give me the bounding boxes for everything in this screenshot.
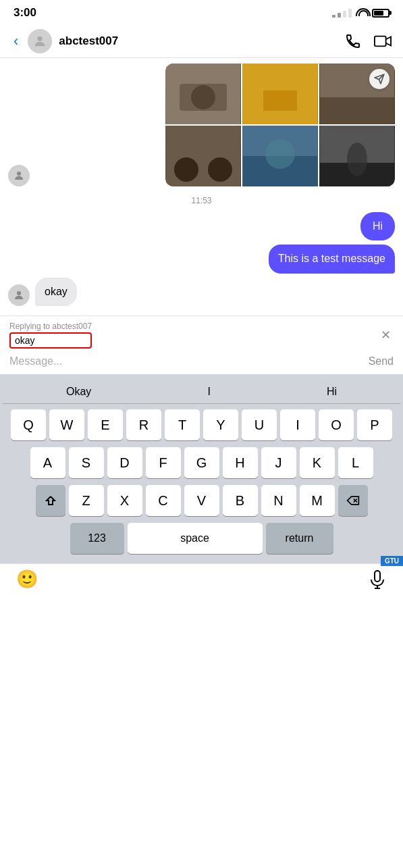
svg-point-12	[208, 157, 232, 182]
svg-point-2	[17, 172, 21, 176]
reply-area: Replying to abctest007 okay ✕ Send	[0, 315, 403, 374]
status-icons	[332, 8, 389, 18]
key-suggestions-row: Okay I Hi	[3, 380, 400, 404]
suggestion-i[interactable]: I	[199, 383, 218, 401]
key-x[interactable]: X	[107, 485, 142, 516]
watermark: GTU	[381, 556, 403, 566]
battery-icon	[372, 9, 389, 18]
other-avatar-okay	[8, 284, 30, 306]
svg-point-21	[17, 291, 21, 295]
key-j[interactable]: J	[261, 447, 296, 478]
message-input-row: Send	[0, 351, 403, 374]
key-p[interactable]: P	[357, 409, 392, 440]
status-time: 3:00	[14, 6, 36, 20]
key-a[interactable]: A	[30, 447, 65, 478]
svg-rect-9	[320, 97, 394, 124]
keyboard: Okay I Hi Q W E R T Y U I O P A S D F G …	[0, 374, 403, 563]
signal-icon	[332, 9, 352, 18]
call-button[interactable]	[344, 32, 362, 51]
photo-cell-6[interactable]	[319, 126, 395, 186]
key-l[interactable]: L	[338, 447, 373, 478]
message-input[interactable]	[9, 355, 362, 367]
key-t[interactable]: T	[165, 409, 200, 440]
key-row-4: 123 space return	[3, 523, 400, 554]
key-h[interactable]: H	[223, 447, 258, 478]
return-key[interactable]: return	[266, 523, 333, 554]
bubble-hi[interactable]: Hi	[360, 212, 395, 240]
photo-cell-4[interactable]	[165, 126, 241, 186]
key-w[interactable]: W	[49, 409, 84, 440]
photo-cell-2[interactable]	[242, 63, 318, 124]
shift-key[interactable]	[36, 485, 65, 516]
svg-point-15	[265, 139, 295, 169]
photo-cell-5[interactable]	[242, 126, 318, 186]
numbers-key[interactable]: 123	[70, 523, 124, 554]
message-timestamp: 11:53	[8, 196, 395, 205]
photo-grid-message	[8, 63, 395, 186]
status-bar: 3:00	[0, 0, 403, 24]
photo-grid	[165, 63, 395, 186]
key-y[interactable]: Y	[203, 409, 238, 440]
key-row-3: Z X C V B N M	[3, 485, 400, 516]
suggestion-okay[interactable]: Okay	[58, 383, 99, 401]
mic-button[interactable]	[368, 570, 387, 589]
svg-point-18	[347, 143, 367, 176]
reply-to-label: Replying to abctest007	[9, 322, 92, 331]
key-m[interactable]: M	[300, 485, 335, 516]
key-s[interactable]: S	[69, 447, 104, 478]
wifi-icon	[356, 8, 368, 18]
svg-point-5	[191, 85, 215, 109]
key-b[interactable]: B	[223, 485, 258, 516]
share-button[interactable]	[369, 69, 389, 89]
send-button[interactable]: Send	[369, 355, 394, 367]
reply-bar: Replying to abctest007 okay ✕	[0, 316, 403, 351]
close-reply-button[interactable]: ✕	[378, 325, 394, 345]
key-e[interactable]: E	[88, 409, 123, 440]
key-row-1: Q W E R T Y U I O P	[3, 409, 400, 440]
photo-grid-container	[35, 63, 395, 186]
reply-preview: okay	[9, 332, 92, 349]
bubble-test-message[interactable]: This is a test message	[269, 245, 395, 273]
bubble-okay[interactable]: okay	[35, 278, 77, 306]
key-v[interactable]: V	[184, 485, 219, 516]
svg-rect-1	[375, 36, 386, 46]
key-row-2: A S D F G H J K L	[3, 447, 400, 478]
emoji-button[interactable]: 🙂	[16, 569, 38, 590]
key-o[interactable]: O	[319, 409, 354, 440]
key-d[interactable]: D	[107, 447, 142, 478]
suggestion-hi[interactable]: Hi	[319, 383, 345, 401]
key-n[interactable]: N	[261, 485, 296, 516]
reply-info: Replying to abctest007 okay	[9, 322, 92, 349]
key-z[interactable]: Z	[69, 485, 104, 516]
avatar[interactable]	[28, 29, 52, 53]
key-c[interactable]: C	[146, 485, 181, 516]
chat-area: 11:53 Hi This is a test message okay	[0, 58, 403, 315]
delete-key[interactable]	[338, 485, 368, 516]
sent-message-test: This is a test message	[8, 245, 395, 273]
other-user-avatar	[8, 165, 30, 186]
received-message-okay: okay	[8, 278, 395, 306]
key-r[interactable]: R	[126, 409, 161, 440]
key-q[interactable]: Q	[11, 409, 46, 440]
space-key[interactable]: space	[128, 523, 263, 554]
key-g[interactable]: G	[184, 447, 219, 478]
photo-cell-1[interactable]	[165, 63, 241, 124]
svg-rect-7	[263, 91, 297, 111]
key-k[interactable]: K	[300, 447, 335, 478]
key-u[interactable]: U	[242, 409, 277, 440]
svg-rect-24	[375, 571, 380, 582]
sent-message-hi: Hi	[8, 212, 395, 240]
video-call-button[interactable]	[373, 32, 392, 51]
key-f[interactable]: F	[146, 447, 181, 478]
bottom-bar: 🙂 GTU	[0, 563, 403, 594]
key-i[interactable]: I	[280, 409, 315, 440]
chat-header: ‹ abctest007	[0, 24, 403, 58]
contact-name[interactable]: abctest007	[59, 34, 337, 48]
back-button[interactable]: ‹	[11, 30, 21, 53]
svg-point-11	[174, 157, 198, 182]
header-icons	[344, 32, 392, 51]
svg-point-0	[38, 36, 43, 41]
